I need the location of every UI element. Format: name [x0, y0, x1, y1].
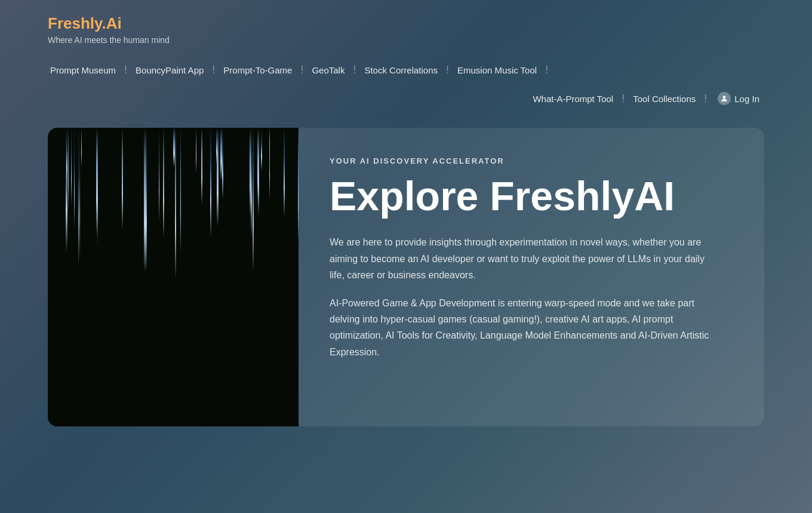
rain-animation [48, 128, 299, 426]
brand-subtitle: Where AI meets the human mind [48, 35, 764, 45]
hero-image [48, 128, 299, 426]
nav-prompt-to-game[interactable]: Prompt-To-Game [221, 62, 294, 79]
nav-sep-3: ! [300, 64, 303, 76]
hero-eyebrow: YOUR AI DISCOVERY ACCELERATOR [330, 156, 733, 165]
nav-tool-collections[interactable]: Tool Collections [630, 90, 698, 107]
nav-bouncypaint[interactable]: BouncyPaint App [133, 62, 206, 79]
hero-content: YOUR AI DISCOVERY ACCELERATOR Explore Fr… [299, 128, 764, 426]
nav-sep-6: ! [545, 64, 548, 76]
hero-paragraph-1: We are here to provide insights through … [330, 234, 712, 283]
main-card: YOUR AI DISCOVERY ACCELERATOR Explore Fr… [48, 128, 764, 426]
nav-row-2: What-A-Prompt Tool ! Tool Collections ! … [48, 86, 764, 116]
user-icon [718, 92, 731, 105]
nav-geotalk[interactable]: GeoTalk [309, 62, 347, 79]
nav-sep-7: ! [622, 93, 625, 105]
hero-paragraph-2: AI-Powered Game & App Development is ent… [330, 295, 712, 360]
nav-emusion-music[interactable]: Emusion Music Tool [455, 62, 539, 79]
svg-point-0 [723, 96, 726, 99]
login-button[interactable]: Log In [713, 88, 764, 109]
nav-sep-2: ! [212, 64, 215, 76]
nav-stock-correlations[interactable]: Stock Correlations [362, 62, 440, 79]
brand-title[interactable]: Freshly.Ai [48, 14, 764, 33]
nav-what-a-prompt[interactable]: What-A-Prompt Tool [530, 90, 616, 107]
nav-sep-4: ! [353, 64, 356, 76]
navigation: Prompt Museum ! BouncyPaint App ! Prompt… [0, 54, 812, 116]
hero-title: Explore FreshlyAI [330, 175, 733, 217]
hero-image-container [48, 128, 299, 426]
nav-sep-5: ! [446, 64, 449, 76]
nav-prompt-museum[interactable]: Prompt Museum [48, 62, 118, 79]
nav-sep-1: ! [124, 64, 127, 76]
nav-row-1: Prompt Museum ! BouncyPaint App ! Prompt… [48, 54, 764, 86]
nav-sep-8: ! [704, 93, 707, 105]
login-label: Log In [734, 94, 759, 104]
header: Freshly.Ai Where AI meets the human mind [0, 0, 812, 54]
